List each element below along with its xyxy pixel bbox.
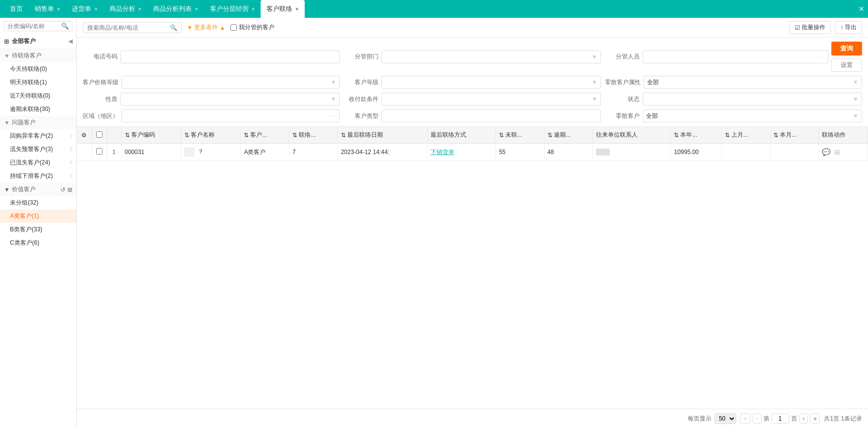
prev-page-button[interactable]: ‹ [753,414,761,424]
export-button[interactable]: ↑ 导出 [835,21,862,34]
sidebar-item-tomorrow[interactable]: 明天待联络(1) [0,76,76,89]
sidebar-item-overdue[interactable]: 逾期未联络(30) [0,103,76,116]
close-analysis-list-tab[interactable]: × [195,6,198,12]
select-all-checkbox[interactable] [96,131,103,138]
nav-customer-segment[interactable]: 客户分层经营 × [204,0,261,18]
nature-input[interactable]: ▼ [120,93,340,106]
sidebar: 🔍 ⊞ 全部客户 ◀ ▼ 待联络客户 今天待联络(0) 明天待联络(1) 近7天… [0,18,77,428]
status-input[interactable]: ▼ [643,93,862,106]
close-customer-contact-tab[interactable]: × [295,6,298,12]
price-label: 客户价格等级 [83,78,118,87]
price-input[interactable]: ▼ [121,76,340,89]
message-action-icon[interactable]: 💬 [822,148,830,156]
filter-search-input[interactable] [87,24,170,31]
retail-attr-label: 零散客户属性 [605,78,641,87]
nav-home[interactable]: 首页 [4,0,29,18]
level-filter-row: 客户等级 ▼ [344,76,601,89]
sidebar-item-class-a[interactable]: A类客户(1) [0,210,76,223]
sidebar-item-churned[interactable]: 已流失客户(24) ? [0,156,76,169]
row-checkbox-cell[interactable] [92,144,107,161]
add-group-icon[interactable]: ⊞ [67,186,72,193]
nav-purchase[interactable]: 进货单 × [66,0,103,18]
sidebar-search-input[interactable] [7,23,61,30]
row-settings-cell [77,144,92,161]
filter-search-box[interactable]: 🔍 [83,22,182,33]
row-checkbox[interactable] [96,148,103,155]
value-customers-group[interactable]: ▼ 价值客户 ↺ ⊞ [0,183,76,196]
close-all-button[interactable]: × [859,4,864,14]
nav-customer-contact[interactable]: 客户联络 × [261,0,304,18]
close-customer-segment-tab[interactable]: × [252,6,255,12]
unit-contact-placeholder [596,149,610,156]
col-category[interactable]: ⇅ 客户... [241,127,289,144]
sidebar-search-icon[interactable]: 🔍 [61,22,69,30]
nav-sales[interactable]: 销售单 × [29,0,66,18]
problem-customers-group[interactable]: ▼ 问题客户 [0,116,76,129]
all-customers-header[interactable]: ⊞ 全部客户 ◀ [0,34,76,49]
col-this-year[interactable]: ⇅ 本年... [671,127,722,144]
settings-button[interactable]: 设置 [831,58,862,72]
col-this-month[interactable]: ⇅ 本月... [770,127,818,144]
sidebar-item-class-b[interactable]: B类客户(33) [0,223,76,236]
per-page-select[interactable]: 50 [714,413,736,424]
col-not-contacted[interactable]: ⇅ 未联... [496,127,544,144]
contact-method-link[interactable]: 下销货单 [431,149,454,156]
first-page-button[interactable]: « [740,414,751,424]
retail-attr-input[interactable]: 全部 ▼ [644,76,862,89]
qr-action-icon[interactable]: ⊞ [834,148,840,156]
pending-customers-group[interactable]: ▼ 待联络客户 [0,49,76,62]
dept-input[interactable]: ▼ [381,51,601,63]
advanced-filter: 电话号码 分管部门 ▼ 分管人员 ··· 查询 设置 [77,38,868,127]
sidebar-item-class-c[interactable]: C类客户(6) [0,236,76,250]
close-purchase-tab[interactable]: × [94,6,97,12]
staff-input[interactable]: ··· [643,51,828,63]
sidebar-item-churn-warning[interactable]: 流失预警客户(3) ? [0,143,76,156]
batch-operation-button[interactable]: ☑ 批量操作 [789,21,831,34]
sidebar-item-repurchase-abnormal[interactable]: 回购异常客户(2) ? [0,129,76,143]
region-input[interactable]: ··· [121,109,340,122]
col-last-contact-method[interactable]: 最后联络方式 [427,127,495,144]
last-page-button[interactable]: » [810,414,820,424]
nav-analysis-list[interactable]: 商品分析列表 × [147,0,204,18]
more-conditions-button[interactable]: ▼ 更多条件 ▲ [187,23,225,32]
phone-input[interactable] [120,51,340,63]
my-customers-check[interactable] [230,24,237,31]
col-unit-contact[interactable]: 往来单位联系人 [593,127,671,144]
filter-search-icon[interactable]: 🔍 [170,24,177,31]
sort-icon-category: ⇅ [244,132,249,139]
page-number-input[interactable] [771,414,789,424]
close-sales-tab[interactable]: × [57,6,60,12]
sidebar-search-box[interactable]: 🔍 [4,21,72,31]
query-button[interactable]: 查询 [831,42,862,55]
level-arrow-icon: ▼ [592,79,597,86]
close-analysis-tab[interactable]: × [138,6,141,12]
sidebar-item-7days[interactable]: 近7天待联络(0) [0,89,76,103]
sort-icon-this-month: ⇅ [773,132,778,139]
row-category-cell: A类客户 [241,144,289,161]
dept-label: 分管部门 [344,53,379,61]
col-contact[interactable]: ⇅ 联络... [289,127,338,144]
col-last-contact-date[interactable]: ⇅ 最后联络日期 [337,127,427,144]
col-last-month[interactable]: ⇅ 上月... [722,127,770,144]
level-input[interactable]: ▼ [381,76,601,89]
payment-input[interactable]: ▼ [381,93,601,106]
col-code[interactable]: ⇅ 客户编码 [121,127,181,144]
my-customers-checkbox[interactable]: 我分管的客户 [230,23,274,32]
nature-arrow-icon: ▼ [330,96,336,103]
retail-customer-input[interactable]: 全部 ▼ [643,109,862,122]
col-name[interactable]: ⇅ 客户名称 [181,127,240,144]
col-settings[interactable]: ⚙ [77,127,92,144]
sort-icon-date: ⇅ [341,132,346,139]
next-page-button[interactable]: › [799,414,808,424]
row-last-contact-method-cell[interactable]: 下销货单 [427,144,495,161]
refresh-icon[interactable]: ↺ [60,186,65,193]
sidebar-item-declining[interactable]: 持续下滑客户(2) ? [0,169,76,183]
customer-type-input[interactable] [381,109,601,122]
nav-analysis[interactable]: 商品分析 × [104,0,147,18]
col-overdue[interactable]: ⇅ 逾期... [544,127,593,144]
sidebar-item-today[interactable]: 今天待联络(0) [0,62,76,76]
sidebar-item-unclassified[interactable]: 未分组(32) [0,196,76,210]
filter-icon: ▼ [187,24,193,31]
phone-filter-row: 电话号码 [83,42,340,72]
collapse-icon[interactable]: ◀ [68,38,72,45]
